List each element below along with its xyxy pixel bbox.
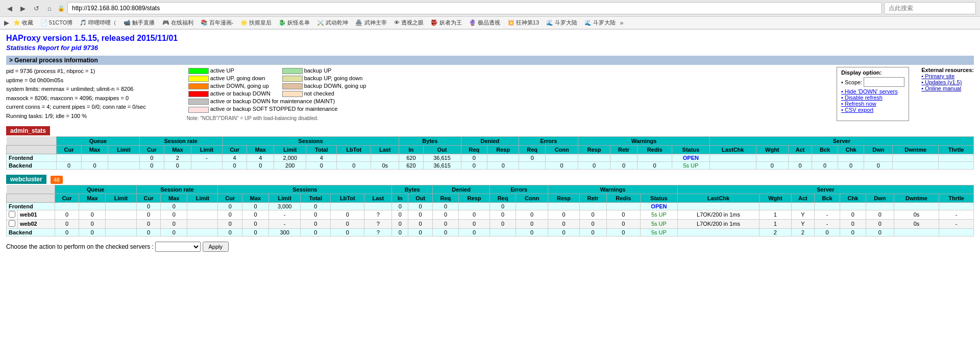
ssl-icon: 🔒 — [57, 5, 65, 12]
wc-th-lbtot: LbTot — [331, 194, 364, 202]
bookmark-douluo1[interactable]: 🌊 斗罗大陆 — [543, 18, 580, 28]
admin-be-q-cur: 0 — [57, 161, 81, 169]
bookmark-touzhi[interactable]: 👁 透视之眼 — [391, 18, 427, 28]
action-select[interactable]: Set DRAIN Set MAINT Set READY Kill Sessi… — [155, 242, 201, 252]
right-panel: Display option: • Scope: • Hide 'DOWN' s… — [837, 67, 974, 121]
th-e-req: Req — [519, 145, 546, 154]
wc-fe-bck — [815, 202, 840, 210]
wc-web02-b-out: 0 — [408, 219, 433, 228]
wc-th-sr-max: Max — [161, 194, 187, 202]
wc-web01-wght: 1 — [760, 210, 791, 219]
forward-button[interactable]: ▶ — [17, 3, 29, 14]
bookmark-wushen[interactable]: 🏯 武神主宰 — [352, 18, 389, 28]
th-s-lim: Limit — [274, 145, 306, 154]
disable-refresh-link[interactable]: • Disable refresh — [841, 94, 883, 101]
bookmark-51cto[interactable]: 📄 51CTO博 — [37, 18, 76, 28]
admin-fe-sr-lim: - — [191, 154, 222, 161]
wc-th-warnings: Warnings — [548, 185, 677, 194]
apply-button[interactable]: Apply — [203, 242, 229, 252]
wc-th-sessions: Sessions — [218, 185, 392, 194]
scope-input[interactable] — [864, 77, 904, 87]
wc-th-b-out: Out — [408, 194, 433, 202]
bookmark-kuangshen[interactable]: 💥 狂神第13 — [504, 18, 542, 28]
wc-th-s-lim: Limit — [269, 194, 301, 202]
admin-fe-bck — [812, 154, 838, 161]
address-bar[interactable] — [67, 2, 882, 14]
wc-th-lastchk: LastChk — [677, 194, 759, 202]
bookmark-bilibili[interactable]: 🎵 哔哩哔哩（ — [77, 18, 119, 28]
wc-web01-checkbox[interactable] — [9, 211, 15, 218]
wc-web01-s-tot: 0 — [301, 210, 331, 219]
wc-th-dwntme: Dwntme — [894, 194, 939, 202]
wc-web02-d-req: 0 — [433, 219, 459, 228]
th-lbtot: LbTot — [337, 145, 371, 154]
wc-be-chk: 0 — [840, 228, 866, 236]
admin-be-chk: 0 — [838, 161, 864, 169]
admin-be-sr-lim — [191, 161, 222, 169]
updates-link[interactable]: • Updates (v1.5) — [921, 79, 962, 85]
legend-label-backup-up: backup UP — [304, 67, 332, 74]
admin-be-lastchk — [709, 161, 756, 169]
wc-web01-row: web01 0 0 0 0 0 0 - 0 0 ? 0 0 0 0 — [7, 210, 974, 219]
wc-be-q-cur: 0 — [55, 228, 79, 236]
th-s-max: Max — [247, 145, 274, 154]
wc-fe-s-cur: 0 — [218, 202, 242, 210]
display-option-label: Display option: — [841, 69, 904, 76]
csv-export-link[interactable]: • CSV export — [841, 107, 873, 113]
wc-th-act: Act — [791, 194, 815, 202]
wc-be-e-resp: 0 — [548, 228, 579, 236]
bookmarks-more[interactable]: » — [620, 19, 623, 27]
search-bar[interactable] — [884, 2, 976, 14]
admin-be-e-resp: 0 — [578, 161, 610, 169]
back-button[interactable]: ◀ — [4, 3, 15, 14]
wc-web02-e-resp: 0 — [548, 219, 579, 228]
wc-web02-checkbox[interactable] — [9, 220, 15, 227]
admin-fe-wght — [756, 154, 788, 161]
th-s-cur: Cur — [222, 145, 247, 154]
wc-fe-thrtle — [939, 202, 974, 210]
bookmark-yaozhe[interactable]: 👺 妖者为王 — [428, 18, 465, 28]
refresh-now-link[interactable]: • Refresh now — [841, 101, 876, 107]
wc-fe-lastchk — [677, 202, 759, 210]
th-status: Status — [672, 145, 709, 154]
bookmark-fuyao[interactable]: 🌟 扶摇皇后 — [237, 18, 275, 28]
wc-web01-q-cur: 0 — [55, 210, 79, 219]
wc-be-s-max: 0 — [242, 228, 269, 236]
online-manual-link[interactable]: • Online manual — [921, 85, 961, 91]
wc-fe-act — [791, 202, 815, 210]
admin-fe-last — [371, 154, 399, 161]
wc-fe-q-max — [79, 202, 106, 210]
legend-label-backup-down: backup DOWN, going up — [304, 83, 366, 89]
th-wght: Wght — [756, 145, 788, 154]
wc-web01-lastchk: L7OK/200 in 1ms — [677, 210, 759, 219]
legend-label-active-up: active UP — [210, 67, 234, 74]
wc-web02-dwn: 0 — [866, 219, 894, 228]
wc-web02-b-in: 0 — [392, 219, 408, 228]
bookmark-wudong[interactable]: ⚔️ 武动乾坤 — [314, 18, 351, 28]
admin-fe-q-cur — [57, 154, 81, 161]
wc-web01-e-resp: 0 — [548, 210, 579, 219]
bookmark-yaojing[interactable]: 🐉 妖怪名单 — [276, 18, 313, 28]
hide-down-link[interactable]: • Hide 'DOWN' servers — [841, 88, 898, 94]
bookmark-jipintouying[interactable]: 🔮 极品透视 — [466, 18, 503, 28]
wc-fe-d-req: 0 — [433, 202, 459, 210]
admin-be-bck: 0 — [812, 161, 838, 169]
bookmark-choushou[interactable]: 📹 触手直播 — [120, 18, 158, 28]
wc-web01-act: Y — [791, 210, 815, 219]
bookmarks-arrow[interactable]: ▶ — [4, 19, 9, 27]
general-section-header[interactable]: General process information — [6, 56, 974, 65]
bookmark-zxfl[interactable]: 🎮 在线福利 — [159, 18, 197, 28]
th-w-redis: Redis — [638, 145, 672, 154]
bookmark-douluo2[interactable]: 🌊 斗罗大陆 — [581, 18, 619, 28]
wc-be-dwn: 0 — [866, 228, 894, 236]
admin-be-w-redis: 0 — [638, 161, 672, 169]
home-button[interactable]: ⌂ — [44, 3, 55, 14]
wc-be-e-conn: 0 — [516, 228, 548, 236]
refresh-button[interactable]: ↺ — [31, 3, 42, 14]
admin-fe-chk — [838, 154, 864, 161]
bookmark-manga[interactable]: 📚 百年漫画- — [198, 18, 237, 28]
admin-be-e-req — [519, 161, 546, 169]
primary-site-link[interactable]: • Primary site — [921, 73, 954, 79]
bookmark-favorites[interactable]: ⭐ 收藏 — [10, 18, 36, 28]
wc-fe-e-resp — [548, 202, 579, 210]
